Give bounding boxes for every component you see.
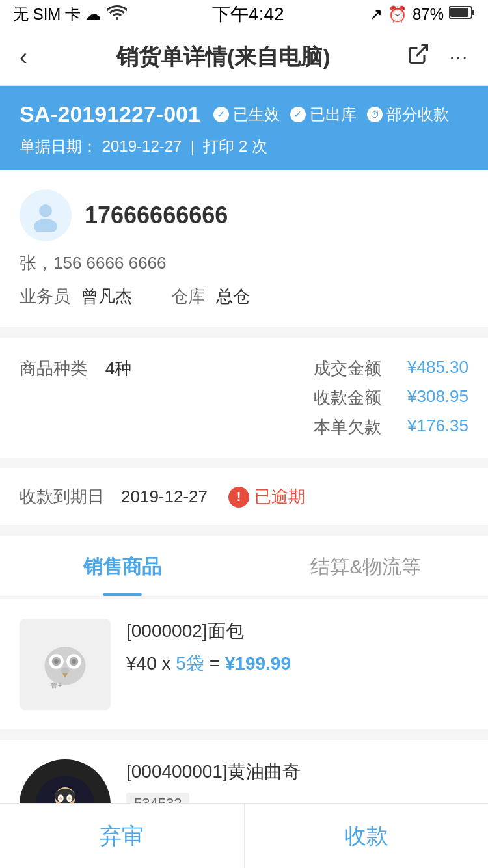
due-date-section: 收款到期日 2019-12-27 ! 已逾期 xyxy=(0,468,488,525)
tabs: 销售商品 结算&物流等 xyxy=(0,536,488,597)
product-image-1: 鲁+ xyxy=(20,619,111,710)
product-qty-1: 5袋 xyxy=(176,653,204,673)
amount-summary: 成交金额 ¥485.30 收款金额 ¥308.95 本单欠款 ¥176.35 xyxy=(314,357,468,439)
status-bar: 无 SIM 卡 ☁ 下午4:42 ↗ ⏰ 87% xyxy=(0,0,488,29)
owed-amount-value: ¥176.35 xyxy=(407,416,468,439)
product-unit-price-1: ¥40 xyxy=(126,653,157,673)
deal-amount-row: 成交金额 ¥485.30 xyxy=(314,357,468,380)
status-bar-right: ↗ ⏰ 87% xyxy=(370,5,475,23)
partial-label: 部分收款 xyxy=(386,104,449,125)
tab-settlement-label: 结算&物流等 xyxy=(310,556,421,577)
effective-icon: ✓ xyxy=(213,107,229,122)
overdue-badge: ! 已逾期 xyxy=(228,485,305,508)
item-type: 商品种类 4种 xyxy=(20,357,131,380)
salesman-value: 曾凡杰 xyxy=(81,286,132,306)
confirm-button[interactable]: 收款 xyxy=(245,804,489,868)
bottom-bar: 弃审 收款 xyxy=(0,803,488,868)
svg-point-5 xyxy=(34,219,57,232)
date-value: 2019-12-27 xyxy=(102,137,182,155)
tab-settlement[interactable]: 结算&物流等 xyxy=(244,536,488,596)
customer-meta: 业务员 曾凡杰 仓库 总仓 xyxy=(20,285,468,308)
product-total-1: ¥199.99 xyxy=(225,653,291,673)
owed-amount-label: 本单欠款 xyxy=(314,416,381,439)
print-info: 打印 2 次 xyxy=(203,137,267,155)
svg-point-4 xyxy=(39,204,52,217)
battery-level: 87% xyxy=(413,5,444,23)
product-name-1: [0000002]面包 xyxy=(126,619,468,644)
svg-point-13 xyxy=(61,668,70,673)
customer-phone: 17666666666 xyxy=(85,202,228,229)
received-amount-label: 收款金额 xyxy=(314,387,381,409)
warehouse-value: 总仓 xyxy=(216,286,250,306)
avatar xyxy=(20,189,72,241)
status-bar-time: 下午4:42 xyxy=(212,2,284,27)
back-button[interactable]: ‹ xyxy=(20,44,27,71)
page-title: 销货单详情(来自电脑) xyxy=(40,42,407,72)
wifi-icon xyxy=(107,5,127,23)
product-price-1: ¥40 x 5袋 = ¥199.99 xyxy=(126,651,468,676)
item-type-label: 商品种类 xyxy=(20,359,87,378)
alarm-icon: ⏰ xyxy=(388,5,407,23)
status-bar-left: 无 SIM 卡 ☁ xyxy=(13,4,127,25)
order-date: 单据日期： 2019-12-27 | 打印 2 次 xyxy=(20,136,468,157)
due-date-value: 2019-12-27 xyxy=(121,487,208,507)
deal-amount-label: 成交金额 xyxy=(314,357,381,380)
salesman-info: 业务员 曾凡杰 xyxy=(20,285,132,308)
svg-point-19 xyxy=(55,789,75,804)
received-amount-value: ¥308.95 xyxy=(407,387,468,409)
product-name-2: [000400001]黄油曲奇 xyxy=(126,759,468,784)
tabs-section: 销售商品 结算&物流等 xyxy=(0,536,488,597)
svg-point-22 xyxy=(59,797,62,800)
shipped-label: 已出库 xyxy=(310,104,357,125)
item-type-value: 4种 xyxy=(105,359,131,378)
battery-icon xyxy=(449,5,475,23)
customer-name-info: 张，156 6666 6666 xyxy=(20,252,468,275)
status-effective: ✓ 已生效 xyxy=(213,104,280,125)
cancel-button[interactable]: 弃审 xyxy=(0,804,245,868)
due-date-label: 收款到期日 xyxy=(20,485,104,508)
svg-line-3 xyxy=(416,46,427,57)
status-partial: ⏱ 部分收款 xyxy=(367,104,449,125)
overdue-label: 已逾期 xyxy=(254,485,305,508)
status-shipped: ✓ 已出库 xyxy=(290,104,357,125)
nav-bar: ‹ 销货单详情(来自电脑) ··· xyxy=(0,29,488,86)
sim-status: 无 SIM 卡 ☁ xyxy=(13,4,101,25)
svg-rect-2 xyxy=(450,8,468,17)
svg-point-11 xyxy=(54,659,59,664)
svg-point-12 xyxy=(72,659,76,664)
deal-amount-value: ¥485.30 xyxy=(407,357,468,380)
svg-text:鲁+: 鲁+ xyxy=(51,681,62,689)
nav-actions: ··· xyxy=(407,42,468,72)
product-info-1: [0000002]面包 ¥40 x 5袋 = ¥199.99 xyxy=(126,619,468,676)
share-button[interactable] xyxy=(407,42,430,72)
partial-icon: ⏱ xyxy=(367,107,383,122)
customer-section: 17666666666 张，156 6666 6666 业务员 曾凡杰 仓库 总… xyxy=(0,170,488,327)
more-button[interactable]: ··· xyxy=(450,47,468,68)
tab-products-label: 销售商品 xyxy=(83,556,161,577)
date-label: 单据日期： xyxy=(20,137,98,155)
order-number: SA-20191227-001 xyxy=(20,102,200,127)
overdue-icon: ! xyxy=(228,487,249,508)
tab-products[interactable]: 销售商品 xyxy=(0,536,244,596)
svg-rect-1 xyxy=(472,10,474,15)
received-amount-row: 收款金额 ¥308.95 xyxy=(314,387,468,409)
shipped-icon: ✓ xyxy=(290,107,306,122)
svg-point-23 xyxy=(68,797,72,800)
list-item: 鲁+ [0000002]面包 ¥40 x 5袋 = ¥199.99 xyxy=(0,599,488,729)
summary-section: 商品种类 4种 成交金额 ¥485.30 收款金额 ¥308.95 本单欠款 ¥… xyxy=(0,338,488,458)
status-badges: ✓ 已生效 ✓ 已出库 ⏱ 部分收款 xyxy=(213,104,449,125)
salesman-label: 业务员 xyxy=(20,286,70,306)
warehouse-label: 仓库 xyxy=(171,286,205,306)
effective-label: 已生效 xyxy=(233,104,280,125)
warehouse-info: 仓库 总仓 xyxy=(171,285,250,308)
location-icon: ↗ xyxy=(370,5,383,23)
owed-amount-row: 本单欠款 ¥176.35 xyxy=(314,416,468,439)
order-header: SA-20191227-001 ✓ 已生效 ✓ 已出库 ⏱ 部分收款 单据日期：… xyxy=(0,86,488,170)
